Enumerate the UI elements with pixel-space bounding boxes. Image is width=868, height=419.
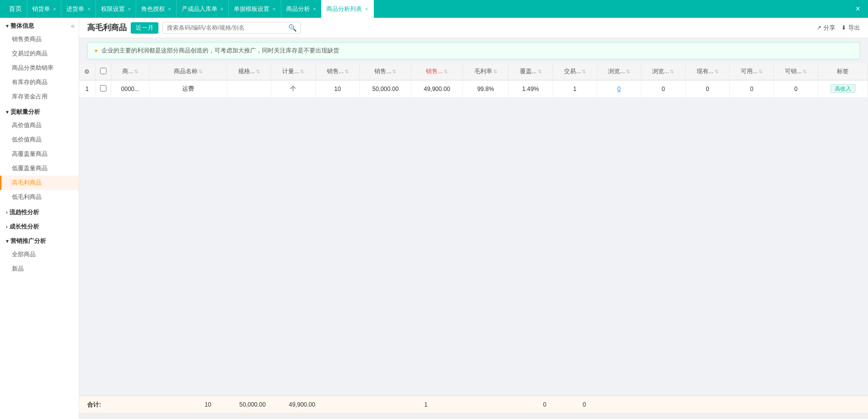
footer-sales-qty: 10 xyxy=(188,401,228,408)
data-table-wrapper[interactable]: ⚙ 商...⇅ 商品名称⇅ 规格...⇅ 计量...⇅ 销售...⇅ 销售...… xyxy=(79,63,868,395)
info-icon: ✦ xyxy=(94,47,99,54)
th-transactions[interactable]: 交易...⇅ xyxy=(553,63,597,80)
sidebar-item-high-value[interactable]: 高价值商品 xyxy=(0,118,79,133)
nav-tab-purchase[interactable]: 进货单 × xyxy=(61,0,96,18)
sidebar-item-stock-capital[interactable]: 库存资金占用 xyxy=(0,90,79,104)
table-header-row: ⚙ 商...⇅ 商品名称⇅ 规格...⇅ 计量...⇅ 销售...⇅ 销售...… xyxy=(79,63,868,80)
nav-tab-role[interactable]: 角色授权 × xyxy=(136,0,176,18)
td-browse2: 0 xyxy=(641,80,685,97)
th-sales-profit[interactable]: 销售...⇅ xyxy=(411,63,462,80)
close-icon[interactable]: × xyxy=(313,6,316,12)
sidebar-item-category-rate[interactable]: 商品分类助销率 xyxy=(0,61,79,75)
sidebar-group-overall[interactable]: ▾ 整体信息 xyxy=(0,18,79,32)
close-icon[interactable]: × xyxy=(272,6,275,12)
footer-current: 0 xyxy=(525,401,564,408)
close-icon[interactable]: × xyxy=(128,6,131,12)
td-checkbox[interactable] xyxy=(95,80,111,97)
th-current[interactable]: 现有...⇅ xyxy=(685,63,729,80)
footer-sales-amount: 50,000.00 xyxy=(228,401,277,408)
select-all-checkbox[interactable] xyxy=(100,68,106,74)
td-saleable: 0 xyxy=(774,80,818,97)
footer-label: 合计: xyxy=(79,401,188,409)
share-button[interactable]: ↗ 分享 xyxy=(817,24,835,32)
export-button[interactable]: ⬇ 导出 xyxy=(841,24,860,32)
sidebar-item-sales-goods[interactable]: 销售类商品 xyxy=(0,32,79,47)
sidebar-item-new-goods[interactable]: 新品 xyxy=(0,262,79,276)
horizontal-scrollbar[interactable] xyxy=(79,413,868,419)
th-coverage[interactable]: 覆盖...⇅ xyxy=(509,63,553,80)
nav-tab-template[interactable]: 单据模板设置 × xyxy=(229,0,281,18)
close-icon[interactable]: × xyxy=(220,6,223,12)
time-filter-button[interactable]: 近一月 xyxy=(131,22,158,34)
th-sales-qty[interactable]: 销售...⇅ xyxy=(315,63,359,80)
nav-tab-home[interactable]: 首页 xyxy=(4,0,27,18)
page-title: 高毛利商品 xyxy=(87,23,127,33)
close-icon[interactable]: × xyxy=(168,6,171,12)
th-tag[interactable]: 标签 xyxy=(818,63,868,80)
chevron-down-icon: ▾ xyxy=(6,109,8,115)
th-unit[interactable]: 计量...⇅ xyxy=(271,63,315,80)
footer-total-row: 合计: 10 50,000.00 49,900.00 1 0 0 xyxy=(79,395,868,413)
footer-sales-profit: 49,900.00 xyxy=(277,401,327,408)
sidebar-group-trend[interactable]: › 流趋性分析 xyxy=(0,204,79,219)
sidebar-collapse-button[interactable]: « xyxy=(71,22,75,30)
td-spec xyxy=(227,80,271,97)
footer-placeholder4 xyxy=(485,401,525,408)
th-browse1[interactable]: 浏览...⇅ xyxy=(597,63,641,80)
content-header: 高毛利商品 近一月 🔍 ↗ 分享 ⬇ 导出 xyxy=(79,18,868,38)
sidebar-item-low-value[interactable]: 低价值商品 xyxy=(0,133,79,147)
sidebar-item-traded-goods[interactable]: 交易过的商品 xyxy=(0,47,79,61)
sidebar-group-marketing[interactable]: ▾ 营销推广分析 xyxy=(0,233,79,247)
row-checkbox[interactable] xyxy=(100,85,106,92)
th-sales-amount[interactable]: 销售...⇅ xyxy=(359,63,411,80)
chevron-right-icon: › xyxy=(6,224,7,230)
nav-tab-product-analysis[interactable]: 商品分析 × xyxy=(281,0,321,18)
th-code[interactable]: 商...⇅ xyxy=(111,63,150,80)
sidebar-item-low-margin[interactable]: 低毛利商品 xyxy=(0,190,79,204)
chevron-down-icon: ▾ xyxy=(6,238,8,244)
nav-tab-product-analysis-list[interactable]: 商品分析列表 × xyxy=(321,0,373,18)
td-current: 0 xyxy=(685,80,729,97)
footer-cells: 10 50,000.00 49,900.00 1 0 0 xyxy=(188,401,868,408)
search-icon[interactable]: 🔍 xyxy=(288,24,297,32)
close-icon[interactable]: × xyxy=(365,6,368,12)
footer-placeholder3 xyxy=(446,401,485,408)
td-transactions: 1 xyxy=(553,80,597,97)
td-name[interactable]: 运费 xyxy=(150,80,227,97)
footer-placeholder2 xyxy=(366,401,406,408)
info-banner: ✦ 企业的主要的利润都是这部分商品创造的，可考虑加大推广，同时关注库存是不要出现… xyxy=(87,42,860,59)
sidebar-item-high-coverage[interactable]: 高覆盖量商品 xyxy=(0,147,79,161)
td-tag: 高收入 xyxy=(818,80,868,97)
sidebar-group-growth[interactable]: › 成长性分析 xyxy=(0,219,79,233)
th-available[interactable]: 可用...⇅ xyxy=(729,63,773,80)
table-row: 1 0000... 运费 个 10 50,000.00 49,900.00 99… xyxy=(79,80,868,97)
td-code[interactable]: 0000... xyxy=(111,80,150,97)
nav-tab-permission[interactable]: 权限设置 × xyxy=(96,0,136,18)
close-icon[interactable]: × xyxy=(53,6,56,12)
close-all-tabs-button[interactable]: × xyxy=(852,4,864,13)
nav-tab-sales[interactable]: 销货单 × xyxy=(27,0,61,18)
th-settings[interactable]: ⚙ xyxy=(79,63,95,80)
th-saleable[interactable]: 可销...⇅ xyxy=(774,63,818,80)
sidebar-item-all-goods[interactable]: 全部商品 xyxy=(0,247,79,262)
th-browse2[interactable]: 浏览...⇅ xyxy=(641,63,685,80)
td-index: 1 xyxy=(79,80,95,97)
td-coverage: 1.49% xyxy=(509,80,553,97)
td-sales-amount: 50,000.00 xyxy=(359,80,411,97)
th-gross-rate[interactable]: 毛利率⇅ xyxy=(462,63,508,80)
nav-tab-product-entry[interactable]: 产成品入库单 × xyxy=(177,0,229,18)
close-icon[interactable]: × xyxy=(87,6,90,12)
sidebar-group-contribution[interactable]: ▾ 贡献量分析 xyxy=(0,104,79,118)
main-layout: « ▾ 整体信息 销售类商品 交易过的商品 商品分类助销率 有库存的商品 库存资… xyxy=(0,18,868,419)
th-name[interactable]: 商品名称⇅ xyxy=(150,63,227,80)
td-gross-rate: 99.8% xyxy=(462,80,508,97)
search-input[interactable] xyxy=(167,24,288,31)
th-checkbox[interactable] xyxy=(95,63,111,80)
td-browse1[interactable]: 0 xyxy=(597,80,641,97)
sidebar-item-in-stock[interactable]: 有库存的商品 xyxy=(0,75,79,90)
th-spec[interactable]: 规格...⇅ xyxy=(227,63,271,80)
sidebar-item-low-coverage[interactable]: 低覆盖量商品 xyxy=(0,161,79,176)
td-sales-qty: 10 xyxy=(315,80,359,97)
sidebar-item-high-margin[interactable]: 高毛利商品 xyxy=(0,176,79,190)
top-navigation: 首页 销货单 × 进货单 × 权限设置 × 角色授权 × 产成品入库单 × 单据… xyxy=(0,0,868,18)
